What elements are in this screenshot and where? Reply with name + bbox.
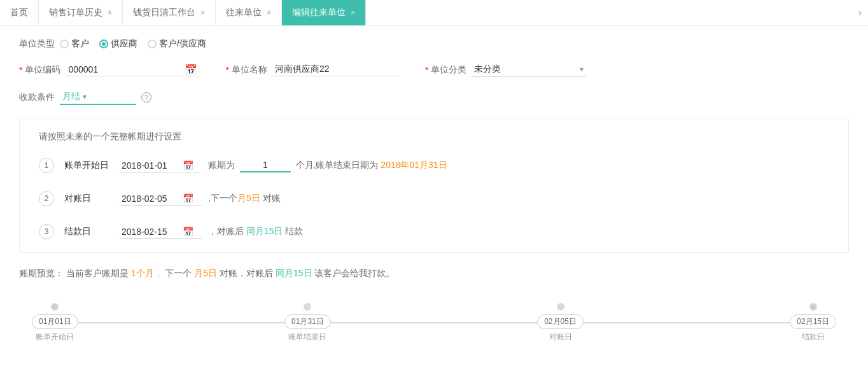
unit-name-label: 单位名称	[232, 64, 267, 76]
unit-name-input[interactable]	[272, 63, 400, 76]
close-partner[interactable]: ×	[267, 8, 271, 17]
timeline-badge-1: 01月31日	[284, 314, 331, 329]
period-row-3: 3 结款日 📅 ，对账后 同月15日 结款	[39, 224, 829, 239]
payment-condition-row: 收款条件 月结 ▾ ?	[19, 90, 849, 105]
radio-supplier[interactable]: 供应商	[99, 38, 137, 50]
radio-circle-customer	[60, 39, 69, 48]
reconcile-day-highlight: 月5日	[237, 193, 260, 203]
unit-category-value: 未分类	[472, 62, 577, 76]
tab-sales-history[interactable]: 销售订单历史 ×	[39, 0, 123, 25]
tab-edit-partner[interactable]: 编辑往来单位 ×	[282, 0, 366, 25]
timeline-label-2: 对账日	[549, 332, 572, 342]
payment-condition-select[interactable]: 月结 ▾	[60, 90, 136, 105]
date-input-1[interactable]	[119, 159, 183, 172]
timeline-point-3: 02月15日 结款日	[790, 303, 836, 342]
tab-partner[interactable]: 往来单位 ×	[216, 0, 282, 25]
timeline-wrapper: 01月01日 账单开始日 01月31日 账单结束日 02月05日 对账日 02月…	[19, 297, 849, 349]
unit-category-select[interactable]: 未分类 ▾	[472, 62, 586, 77]
radio-customer[interactable]: 客户	[60, 38, 89, 50]
radio-circle-supplier	[99, 39, 108, 48]
calendar-icon-1[interactable]: 📅	[183, 160, 193, 171]
period-desc-1: 账期为 个月,账单结束日期为 2018年01月31日	[208, 158, 447, 172]
period-field-label-2: 对账日	[64, 193, 109, 204]
timeline-label-0: 账单开始日	[36, 332, 74, 342]
main-content: 单位类型 客户 供应商 客户/供应商 * 单位编码	[0, 25, 868, 387]
preview-text-3: 对账，对账后	[220, 268, 273, 278]
unit-code-input[interactable]	[66, 63, 182, 76]
date-input-wrapper-3: 📅	[119, 225, 202, 239]
radio-customer-supplier[interactable]: 客户/供应商	[148, 38, 206, 50]
tabs-scroll-arrow[interactable]: ›	[852, 7, 868, 18]
timeline-dot-1	[304, 303, 311, 311]
preview-text-1: 当前客户账期是	[66, 268, 129, 278]
date-input-wrapper-1: 📅	[119, 159, 202, 172]
unit-name-field: * 单位名称	[225, 63, 399, 76]
payment-condition-field: 收款条件 月结 ▾ ?	[19, 90, 151, 105]
timeline-label-1: 账单结束日	[288, 332, 326, 342]
unit-category-field: * 单位分类 未分类 ▾	[425, 62, 586, 77]
date-input-3[interactable]	[119, 225, 183, 238]
period-number-2: 2	[39, 191, 54, 206]
timeline-point-0: 01月01日 账单开始日	[32, 303, 78, 342]
preview-text-4: 该客户会给我打款。	[314, 268, 395, 278]
payment-condition-label: 收款条件	[19, 92, 55, 103]
period-number-3: 3	[39, 224, 54, 239]
payment-day-highlight: 同月15日	[246, 226, 283, 236]
end-date-highlight: 2018年01月31日	[381, 160, 447, 170]
unit-type-radio-group: 客户 供应商 客户/供应商	[60, 38, 206, 50]
unit-code-label: 单位编码	[25, 64, 60, 76]
timeline-point-2: 02月05日 对账日	[537, 303, 584, 342]
months-input[interactable]	[240, 158, 291, 172]
timeline-badge-3: 02月15日	[790, 314, 836, 329]
radio-label-customer: 客户	[71, 38, 89, 50]
unit-type-row: 单位类型 客户 供应商 客户/供应商	[19, 38, 849, 50]
date-input-2[interactable]	[119, 192, 183, 205]
timeline-dot-3	[809, 303, 817, 311]
timeline-dot-2	[557, 303, 564, 311]
unit-code-field: * 单位编码 📅	[19, 63, 200, 76]
radio-circle-customer-supplier	[148, 39, 157, 48]
payment-condition-value: 月结	[60, 90, 83, 104]
unit-code-icon[interactable]: 📅	[182, 64, 200, 76]
timeline-badge-2: 02月05日	[537, 314, 584, 329]
radio-label-customer-supplier: 客户/供应商	[159, 38, 206, 50]
date-input-wrapper-2: 📅	[119, 192, 202, 206]
tab-cashflow[interactable]: 钱货日清工作台 ×	[123, 0, 216, 25]
period-field-label-1: 账单开始日	[64, 160, 109, 171]
close-edit-partner[interactable]: ×	[351, 8, 355, 17]
close-sales-history[interactable]: ×	[108, 8, 112, 17]
period-settings-box: 请按照未来的一个完整帐期进行设置 1 账单开始日 📅 账期为 个月,账单结束日期…	[19, 118, 849, 253]
unit-info-row: * 单位编码 📅 * 单位名称 * 单位分类 未分类 ▾	[19, 62, 849, 77]
period-row-2: 2 对账日 📅 ,下一个月5日 对账	[39, 191, 829, 206]
calendar-icon-2[interactable]: 📅	[183, 194, 193, 204]
payment-condition-arrow: ▾	[83, 92, 87, 101]
preview-highlight2: 月5日	[194, 268, 217, 278]
preview-highlight3: 同月15日	[276, 268, 312, 278]
unit-code-input-wrapper: 📅	[66, 63, 200, 76]
period-desc-3: ，对账后 同月15日 结款	[208, 226, 303, 237]
close-cashflow[interactable]: ×	[200, 8, 205, 17]
timeline-points: 01月01日 账单开始日 01月31日 账单结束日 02月05日 对账日 02月…	[32, 303, 836, 342]
help-icon[interactable]: ?	[141, 92, 151, 102]
tab-home[interactable]: 首页	[0, 0, 39, 25]
unit-category-label: 单位分类	[431, 64, 466, 76]
period-row-1: 1 账单开始日 📅 账期为 个月,账单结束日期为 2018年01月31日	[39, 158, 829, 173]
unit-type-label: 单位类型	[19, 38, 55, 50]
timeline-label-3: 结款日	[802, 332, 825, 342]
unit-category-required: *	[425, 65, 428, 75]
period-number-1: 1	[39, 158, 54, 173]
radio-label-supplier: 供应商	[111, 38, 137, 50]
unit-category-arrow: ▾	[577, 65, 586, 74]
calendar-icon-3[interactable]: 📅	[183, 227, 193, 237]
timeline-point-1: 01月31日 账单结束日	[284, 303, 331, 342]
period-field-label-3: 结款日	[64, 226, 109, 237]
timeline-badge-0: 01月01日	[32, 314, 78, 329]
preview-text-container: 账期预览： 当前客户账期是 1个月， 下一个 月5日 对账，对账后 同月15日 …	[19, 265, 849, 281]
preview-label: 账期预览：	[19, 268, 64, 278]
preview-highlight1: 1个月，	[131, 268, 163, 278]
unit-name-required: *	[225, 65, 228, 75]
tabs-bar: 首页 销售订单历史 × 钱货日清工作台 × 往来单位 × 编辑往来单位 × ›	[0, 0, 868, 25]
period-desc-2: ,下一个月5日 对账	[208, 193, 281, 204]
timeline-dot-0	[51, 303, 59, 311]
unit-type-field: 单位类型 客户 供应商 客户/供应商	[19, 38, 206, 50]
